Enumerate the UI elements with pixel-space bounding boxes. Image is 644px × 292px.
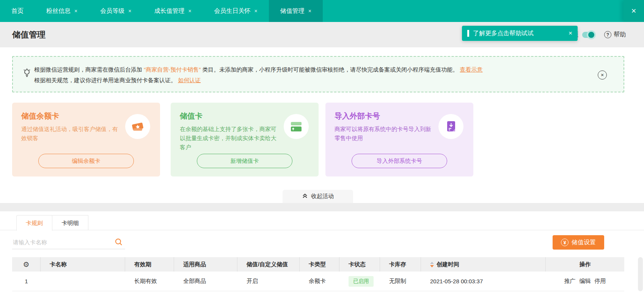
- status-badge: 已启用: [349, 276, 374, 287]
- nav-tab-label: 储值管理: [280, 7, 305, 15]
- row-card-type: 余额卡: [300, 272, 339, 291]
- edit-action[interactable]: 编辑: [580, 278, 591, 285]
- card-description: 通过储值送礼活动，吸引客户储值，有效锁客: [21, 125, 123, 143]
- nav-tab-stored-value[interactable]: 储值管理 ×: [269, 0, 323, 22]
- notice-line1-mid: 类目。未添加的商家，小程序升级时可能被微信审核拒绝，请尽快完成备案或关闭小程序端…: [202, 66, 458, 73]
- tooltip-bar-icon: [467, 30, 469, 37]
- col-applicable-goods: 适用商品: [174, 257, 237, 272]
- nav-tab-label: 会员生日关怀: [214, 7, 251, 15]
- import-external-card-panel: 导入外部卡号 商家可以将原有系统中的卡号导入到新零售中使用 导入外部系统卡号: [325, 103, 473, 176]
- card-description: 在余额的基础上支持了多张卡，商家可以批量生成卡密，并制成实体卡卖给大客户: [180, 125, 281, 152]
- nav-tab-label: 成长值管理: [154, 7, 184, 15]
- table-scrollbar[interactable]: [638, 257, 643, 291]
- yen-circle-icon: ¥: [561, 239, 569, 246]
- promote-action[interactable]: 推广: [564, 278, 576, 285]
- table-row: 1 长期有效 全部商品 开启 余额卡 已启用 无限制 2021-05-28 00…: [12, 272, 624, 291]
- card-title: 储值余额卡: [21, 111, 59, 121]
- tab-card-rules[interactable]: 卡规则: [16, 215, 52, 231]
- balance-card-panel: 储值余额卡 通过储值送礼活动，吸引客户储值，有效锁客 编辑余额卡: [12, 103, 160, 176]
- col-operation: 操作: [546, 257, 624, 272]
- nav-tab-birthday-care[interactable]: 会员生日关怀 ×: [203, 0, 269, 22]
- tooltip-text: 了解更多点击帮助试试: [473, 30, 534, 37]
- row-actions: 推广 编辑 停用: [546, 272, 624, 291]
- table-header-row: ⚙ 卡名称 有效期 适用商品 储值/自定义储值 卡类型 卡状态 卡库存 创建时间…: [12, 257, 624, 272]
- help-button[interactable]: ? 帮助: [604, 31, 626, 39]
- tab-close-icon[interactable]: ×: [188, 8, 191, 14]
- notice-close-icon[interactable]: ×: [598, 70, 607, 80]
- card-title: 储值卡: [180, 111, 203, 121]
- wechat-notice-banner: 根据微信运营规则，商家需在微信后台添加 “商家自营-预付卡销售” 类目。未添加的…: [12, 56, 624, 92]
- nav-tab-growth-value[interactable]: 成长值管理 ×: [143, 0, 203, 22]
- panel-tabs: 卡规则 卡明细: [0, 215, 644, 230]
- ticket-icon: [125, 114, 150, 139]
- how-to-certify-link[interactable]: 如何认证: [178, 77, 201, 83]
- card-rules-section: 卡规则 卡明细 ¥ 储值设置 ⚙ 卡名称 有效期 适用商品 储值/自定义储值 卡…: [0, 211, 644, 292]
- toggle-knob-icon: [587, 30, 596, 39]
- question-circle-icon: ?: [604, 31, 611, 38]
- row-index: 1: [12, 272, 41, 291]
- notice-line-1: 根据微信运营规则，商家需在微信后台添加 “商家自营-预付卡销售” 类目。未添加的…: [34, 64, 483, 75]
- tab-close-icon[interactable]: ×: [254, 8, 258, 14]
- nav-tab-label: 会员等级: [100, 7, 124, 15]
- notice-line1-pre: 根据微信运营规则，商家需在微信后台添加: [34, 66, 142, 73]
- settings-button-label: 储值设置: [572, 239, 596, 247]
- card-rules-table: ⚙ 卡名称 有效期 适用商品 储值/自定义储值 卡类型 卡状态 卡库存 创建时间…: [12, 257, 624, 291]
- col-card-type: 卡类型: [300, 257, 339, 272]
- nav-tab-label: 首页: [11, 7, 24, 15]
- notice-line2-pre: 根据相关规范，建议你进行单用途商业预付卡备案认证。: [34, 77, 176, 83]
- import-external-card-button[interactable]: 导入外部系统卡号: [352, 154, 447, 168]
- chevron-double-up-icon: [302, 193, 308, 200]
- row-card-name: [41, 272, 125, 291]
- column-settings-gear-icon[interactable]: ⚙: [23, 260, 29, 269]
- notice-text: 根据微信运营规则，商家需在微信后台添加 “商家自营-预付卡销售” 类目。未添加的…: [34, 64, 483, 86]
- card-description: 商家可以将原有系统中的卡号导入到新零售中使用: [335, 125, 436, 143]
- col-card-name: 卡名称: [41, 257, 125, 272]
- col-card-status: 卡状态: [339, 257, 380, 272]
- nav-tab-home[interactable]: 首页: [0, 0, 35, 22]
- page-title: 储值管理: [12, 29, 46, 41]
- storage-management-page: 首页 粉丝信息 × 会员等级 × 成长值管理 × 会员生日关怀 × 储值管理 ×…: [0, 0, 644, 292]
- notice-line-2: 根据相关规范，建议你进行单用途商业预付卡备案认证。 如何认证: [34, 75, 483, 86]
- top-tab-bar: 首页 粉丝信息 × 会员等级 × 成长值管理 × 会员生日关怀 × 储值管理 ×…: [0, 0, 644, 22]
- col-card-stock: 卡库存: [380, 257, 421, 272]
- collapse-activities-button[interactable]: 收起活动: [283, 190, 353, 203]
- help-label: 帮助: [614, 31, 626, 39]
- card-title: 导入外部卡号: [335, 111, 380, 121]
- row-card-stock: 无限制: [380, 272, 421, 291]
- row-validity: 长期有效: [125, 272, 174, 291]
- stored-card-icon: [284, 114, 309, 139]
- lightbulb-icon: [23, 68, 31, 80]
- row-created-time: 2021-05-28 00:03:37: [421, 272, 546, 291]
- tooltip-close-icon[interactable]: ×: [569, 30, 572, 37]
- tab-close-icon[interactable]: ×: [128, 8, 131, 14]
- view-example-link[interactable]: 查看示意: [460, 66, 483, 73]
- row-card-status: 已启用: [339, 272, 380, 291]
- stored-value-settings-button[interactable]: ¥ 储值设置: [553, 235, 604, 250]
- notice-category-highlight: “商家自营-预付卡销售”: [144, 66, 201, 73]
- activities-section: 根据微信运营规则，商家需在微信后台添加 “商家自营-预付卡销售” 类目。未添加的…: [0, 47, 644, 203]
- import-file-icon: [438, 114, 463, 139]
- help-tooltip: 了解更多点击帮助试试 ×: [462, 26, 578, 41]
- nav-tab-member-level[interactable]: 会员等级 ×: [89, 0, 143, 22]
- created-time-label: 创建时间: [437, 261, 459, 268]
- search-icon[interactable]: [115, 238, 123, 248]
- col-stored-value: 储值/自定义储值: [237, 257, 300, 272]
- disable-action[interactable]: 停用: [595, 278, 606, 285]
- edit-balance-card-button[interactable]: 编辑余额卡: [38, 154, 134, 168]
- sort-toggle-icon[interactable]: [430, 262, 434, 267]
- sort-desc-icon: [430, 265, 434, 267]
- tab-close-icon[interactable]: ×: [308, 8, 311, 14]
- stored-value-card-panel: 储值卡 在余额的基础上支持了多张卡，商家可以批量生成卡密，并制成实体卡卖给大客户…: [171, 103, 319, 176]
- col-validity: 有效期: [125, 257, 174, 272]
- nav-tab-fans-info[interactable]: 粉丝信息 ×: [35, 0, 89, 22]
- row-applicable-goods: 全部商品: [174, 272, 237, 291]
- row-stored-value: 开启: [237, 272, 300, 291]
- window-close-button[interactable]: ×: [624, 0, 644, 22]
- nav-tab-label: 粉丝信息: [46, 7, 71, 15]
- add-stored-card-button[interactable]: 新增储值卡: [197, 154, 292, 168]
- sort-asc-icon: [430, 262, 434, 264]
- tab-card-details[interactable]: 卡明细: [52, 215, 88, 230]
- search-input[interactable]: [12, 236, 125, 249]
- video-toggle[interactable]: [582, 32, 595, 38]
- tab-close-icon[interactable]: ×: [74, 8, 77, 14]
